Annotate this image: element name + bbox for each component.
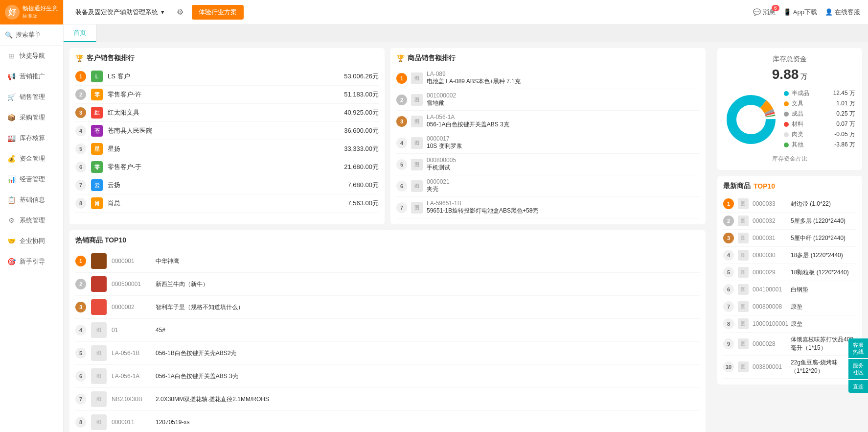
product-info: LA-056-1A 056-1A白色按键开关盖ABS 3克: [427, 114, 700, 129]
legend-value: -3.86 万: [834, 141, 855, 149]
product-thumb: 图: [411, 202, 423, 214]
sidebar-item-operations[interactable]: 📊 经营管理: [0, 169, 63, 190]
legend-label: 成品: [792, 110, 833, 118]
logo-icon: 好: [5, 5, 20, 20]
new-product-code: 004100001: [753, 286, 787, 293]
system-selector[interactable]: 装备及固定资产辅助管理系统 ▾: [71, 6, 168, 19]
sidebar-item-marketing-label: 营销推广: [20, 72, 45, 81]
hot-product-code: 0000001: [112, 258, 151, 264]
finance-icon: 💰: [7, 154, 16, 163]
sales-icon: 🛒: [7, 93, 16, 101]
cs-hotline-btn[interactable]: 客服热线: [848, 338, 868, 359]
rank-number: 1: [75, 71, 86, 82]
float-customer-service: 客服热线 服务社区 直连: [848, 338, 868, 393]
chevron-down-icon: ▾: [161, 8, 164, 16]
product-name: 056-1A白色按键开关盖ABS 3克: [427, 120, 700, 129]
product-thumb: 图: [411, 159, 423, 170]
guide-icon: 🎯: [7, 257, 16, 266]
sidebar-item-system[interactable]: ⚙ 系统管理: [0, 210, 63, 231]
search-menu-btn[interactable]: 🔍 搜索菜单: [5, 28, 58, 41]
sidebar-item-purchase[interactable]: 📦 采购管理: [0, 107, 63, 128]
new-product-rank: 9: [723, 338, 734, 349]
sidebar-item-finance[interactable]: 💰 资金管理: [0, 148, 63, 169]
new-product-name: 体饿嘉枝味苏打饮品400毫升（1*15）: [791, 336, 856, 352]
product-code: 0000021: [427, 178, 700, 185]
tab-home[interactable]: 首页: [64, 24, 96, 42]
sidebar-item-guide[interactable]: 🎯 新手引导: [0, 251, 63, 272]
hot-rank-number: 2: [75, 279, 86, 289]
new-product-rank: 3: [723, 233, 734, 243]
sidebar-item-system-label: 系统管理: [20, 216, 45, 225]
hot-product-name: 新西兰牛肉（新牛）: [156, 280, 700, 288]
topbar-actions: 💬 消息 6 📱 App下载 👤 在线客服: [753, 8, 860, 17]
product-ranking-title: 商品销售额排行: [408, 54, 456, 63]
product-code: 001000002: [427, 92, 700, 99]
operations-icon: 📊: [7, 175, 16, 184]
customer-rank-item: 4 苍 苍南县人民医院 36,600.00元: [75, 122, 379, 140]
hot-product-code: 0000002: [112, 304, 151, 311]
rank-value: 7,680.00元: [347, 181, 379, 190]
product-thumb: 图: [411, 180, 423, 192]
new-product-rank: 8: [723, 318, 734, 329]
new-product-rank: 10: [723, 361, 734, 372]
legend-value: 1.01 万: [836, 99, 855, 108]
new-product-name: 原垒: [791, 320, 856, 328]
sidebar-item-marketing[interactable]: 📢 营销推广: [0, 66, 63, 87]
product-rank-item: 6 图 0000021 夹壳: [396, 175, 700, 197]
new-product-rank: 4: [723, 250, 734, 261]
hot-product-code: LA-056-1A: [112, 373, 151, 380]
sidebar-item-quicknav[interactable]: ⊞ 快捷导航: [0, 46, 63, 66]
svg-point-6: [737, 106, 765, 133]
app-download-action[interactable]: 📱 App下载: [783, 8, 817, 17]
marketing-icon: 📢: [7, 72, 16, 81]
new-product-code: 003800001: [753, 363, 787, 370]
hot-product-code: 0000011: [112, 419, 151, 426]
cs-community-btn[interactable]: 服务社区: [848, 359, 868, 379]
sidebar-item-sales-label: 销售管理: [20, 93, 45, 101]
hot-product-item: 6 图 LA-056-1A 056-1A白色按键开关盖ABS 3壳: [75, 365, 700, 388]
customer-rank-item: 8 肖 肖总 7,563.00元: [75, 194, 379, 213]
product-info: LA-59651-1B 59651-1B旋转投影灯电池盒ABS黑色+58壳: [427, 200, 700, 215]
rank-value: 36,600.00元: [344, 126, 379, 135]
hot-rank-number: 6: [75, 371, 86, 382]
product-info: 001000002 雪地靴: [427, 92, 700, 107]
new-product-rank: 1: [723, 198, 734, 209]
sidebar-item-purchase-label: 采购管理: [20, 113, 45, 122]
inventory-unit: 万: [800, 72, 807, 80]
rank-number: 2: [396, 95, 407, 105]
sidebar-item-finance-label: 资金管理: [20, 154, 45, 163]
online-service-action[interactable]: 👤 在线客服: [825, 8, 860, 17]
search-icon: 🔍: [5, 31, 13, 39]
sidebar-item-inventory[interactable]: 🏭 库存核算: [0, 128, 63, 148]
new-product-rank: 2: [723, 216, 734, 226]
rank-name: 苍南县人民医院: [108, 126, 339, 135]
hot-product-name: 056-1A白色按键开关盖ABS 3壳: [156, 372, 700, 381]
new-products-label: 最新商品: [723, 182, 751, 191]
product-thumbnail: 图: [91, 391, 107, 407]
new-product-code: 0000028: [753, 340, 787, 347]
new-product-item: 8 图 10000100001 原垒: [723, 315, 856, 333]
cs-direct-btn[interactable]: 直连: [848, 380, 868, 393]
legend-value: 12.45 万: [833, 89, 855, 97]
hot-product-item: 3 0000002 智利车子里（规格不知道填什么）: [75, 296, 700, 319]
new-product-name: 18多层 (1220*2440): [791, 251, 856, 260]
legend-dot: [784, 122, 789, 127]
rank-name: 星扬: [108, 144, 339, 153]
sidebar-item-basic-label: 基础信息: [20, 195, 45, 204]
system-icon: ⚙: [7, 216, 16, 225]
legend-value: 0.25 万: [836, 110, 855, 118]
sidebar-item-enterprise[interactable]: 🤝 企业协同: [0, 231, 63, 251]
message-action[interactable]: 💬 消息 6: [753, 8, 776, 17]
legend-item: 半成品 12.45 万: [784, 89, 855, 97]
trial-btn[interactable]: 体验行业方案: [192, 5, 244, 20]
hot-rank-number: 8: [75, 417, 86, 428]
sidebar-item-basic[interactable]: 📋 基础信息: [0, 190, 63, 210]
hot-product-item: 5 图 LA-056-1B 056-1B白色按键开关壳ABS2壳: [75, 342, 700, 365]
settings-btn[interactable]: ⚙: [173, 5, 187, 19]
sidebar: 好 畅捷通好生意 标准版 🔍 搜索菜单 ⊞ 快捷导航 📢 营销推广 🛒 销售管理…: [0, 0, 64, 432]
sidebar-item-operations-label: 经营管理: [20, 175, 45, 184]
sidebar-item-sales[interactable]: 🛒 销售管理: [0, 87, 63, 107]
new-product-item: 6 图 004100001 白钢垫: [723, 281, 856, 298]
new-product-name: 5厘多层 (1220*2440): [791, 217, 856, 225]
product-code: 0000017: [427, 135, 700, 142]
